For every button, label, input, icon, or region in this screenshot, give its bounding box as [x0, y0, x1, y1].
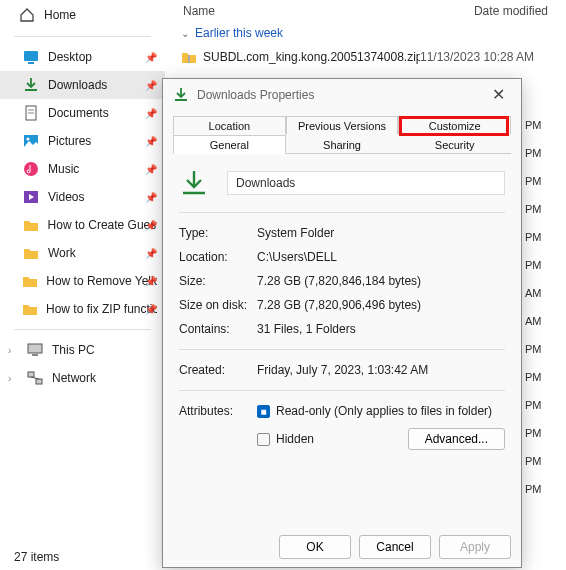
dialog-body: Downloads Type:System Folder Location:C:…	[163, 154, 521, 463]
nav-label: How to Remove Yellow	[46, 274, 157, 288]
tab-previous-versions[interactable]: Previous Versions	[286, 116, 399, 135]
divider	[14, 329, 151, 330]
svg-point-6	[27, 138, 30, 141]
download-icon	[179, 168, 209, 198]
pin-icon: 📌	[145, 276, 157, 287]
home-icon	[18, 7, 36, 23]
dialog-buttons: OK Cancel Apply	[279, 535, 511, 559]
chevron-right-icon: ›	[8, 345, 11, 356]
cancel-button[interactable]: Cancel	[359, 535, 431, 559]
sizeondisk-label: Size on disk:	[179, 298, 257, 312]
svg-rect-11	[28, 372, 34, 377]
nav-folder[interactable]: Work 📌	[0, 239, 165, 267]
column-headers[interactable]: Name Date modified	[165, 0, 566, 20]
nav-label: Home	[44, 8, 76, 22]
music-icon	[22, 161, 40, 177]
nav-music[interactable]: Music 📌	[0, 155, 165, 183]
checkbox-icon	[257, 433, 270, 446]
nav-label: Pictures	[48, 134, 91, 148]
apply-button[interactable]: Apply	[439, 535, 511, 559]
dialog-titlebar[interactable]: Downloads Properties ✕	[163, 79, 521, 110]
size-label: Size:	[179, 274, 257, 288]
svg-line-13	[31, 377, 39, 379]
attributes-label: Attributes:	[179, 404, 257, 418]
col-name[interactable]: Name	[183, 4, 474, 18]
svg-rect-1	[28, 62, 34, 64]
sidebar: Home Desktop 📌 Downloads 📌 Documents 📌 P…	[0, 0, 165, 570]
network-icon	[26, 370, 44, 386]
pin-icon: 📌	[145, 80, 157, 91]
nav-pictures[interactable]: Pictures 📌	[0, 127, 165, 155]
pin-icon: 📌	[145, 164, 157, 175]
created-value: Friday, July 7, 2023, 1:03:42 AM	[257, 363, 505, 377]
nav-home[interactable]: Home	[0, 0, 165, 30]
contains-value: 31 Files, 1 Folders	[257, 322, 505, 336]
folder-icon	[22, 245, 40, 261]
background-dates: PMPMPMPMPMPMAMAMPMPMPMPMPMPM	[525, 111, 542, 503]
nav-documents[interactable]: Documents 📌	[0, 99, 165, 127]
advanced-button[interactable]: Advanced...	[408, 428, 505, 450]
pin-icon: 📌	[145, 192, 157, 203]
checkbox-checked-icon: ■	[257, 405, 270, 418]
tab-general[interactable]: General	[173, 135, 286, 154]
nav-label: Network	[52, 371, 96, 385]
group-label: Earlier this week	[195, 26, 283, 40]
readonly-checkbox[interactable]: ■Read-only (Only applies to files in fol…	[257, 404, 492, 418]
tab-location[interactable]: Location	[173, 116, 286, 135]
svg-rect-12	[36, 379, 42, 384]
nav-folder[interactable]: How to Create Guest 📌	[0, 211, 165, 239]
chevron-down-icon: ⌄	[181, 28, 189, 39]
svg-rect-10	[32, 354, 38, 356]
sizeondisk-value: 7.28 GB (7,820,906,496 bytes)	[257, 298, 505, 312]
nav-label: Videos	[48, 190, 84, 204]
nav-videos[interactable]: Videos 📌	[0, 183, 165, 211]
zip-icon	[181, 50, 199, 64]
nav-label: How to Create Guest	[48, 218, 157, 232]
svg-rect-0	[24, 51, 38, 61]
nav-label: Downloads	[48, 78, 107, 92]
svg-rect-14	[188, 55, 190, 63]
contains-label: Contains:	[179, 322, 257, 336]
file-date: 11/13/2023 10:28 AM	[420, 50, 550, 64]
pin-icon: 📌	[145, 248, 157, 259]
nav-this-pc[interactable]: › This PC	[0, 336, 165, 364]
ok-button[interactable]: OK	[279, 535, 351, 559]
status-bar: 27 items	[14, 550, 59, 564]
desktop-icon	[22, 49, 40, 65]
col-date[interactable]: Date modified	[474, 4, 548, 18]
tab-customize[interactable]: Customize	[398, 116, 511, 135]
pin-icon: 📌	[145, 136, 157, 147]
document-icon	[22, 105, 40, 121]
tabs: Location Previous Versions Customize Gen…	[173, 116, 511, 154]
close-button[interactable]: ✕	[486, 85, 511, 104]
file-row[interactable]: SUBDL.com_king.kong.20051374008.zip 11/1…	[165, 46, 566, 68]
created-label: Created:	[179, 363, 257, 377]
nav-folder[interactable]: How to fix ZIP functionality 📌	[0, 295, 165, 323]
download-icon	[173, 87, 189, 103]
svg-rect-9	[28, 344, 42, 353]
pin-icon: 📌	[145, 108, 157, 119]
properties-dialog: Downloads Properties ✕ Location Previous…	[162, 78, 522, 568]
nav-downloads[interactable]: Downloads 📌	[0, 71, 165, 99]
nav-network[interactable]: › Network	[0, 364, 165, 392]
svg-point-7	[24, 162, 38, 176]
group-header[interactable]: ⌄ Earlier this week	[165, 20, 566, 46]
nav-label: Documents	[48, 106, 109, 120]
pin-icon: 📌	[145, 220, 157, 231]
videos-icon	[22, 189, 40, 205]
nav-label: Work	[48, 246, 76, 260]
hidden-checkbox[interactable]: Hidden	[257, 432, 314, 446]
hidden-label: Hidden	[276, 432, 314, 446]
location-label: Location:	[179, 250, 257, 264]
tab-sharing[interactable]: Sharing	[286, 135, 399, 154]
pin-icon: 📌	[145, 304, 157, 315]
file-name: SUBDL.com_king.kong.20051374008.zip	[203, 50, 420, 64]
pin-icon: 📌	[145, 52, 157, 63]
pictures-icon	[22, 133, 40, 149]
nav-desktop[interactable]: Desktop 📌	[0, 43, 165, 71]
size-value: 7.28 GB (7,820,846,184 bytes)	[257, 274, 505, 288]
nav-folder[interactable]: How to Remove Yellow 📌	[0, 267, 165, 295]
folder-name-input[interactable]: Downloads	[227, 171, 505, 195]
tab-security[interactable]: Security	[398, 135, 511, 154]
type-label: Type:	[179, 226, 257, 240]
